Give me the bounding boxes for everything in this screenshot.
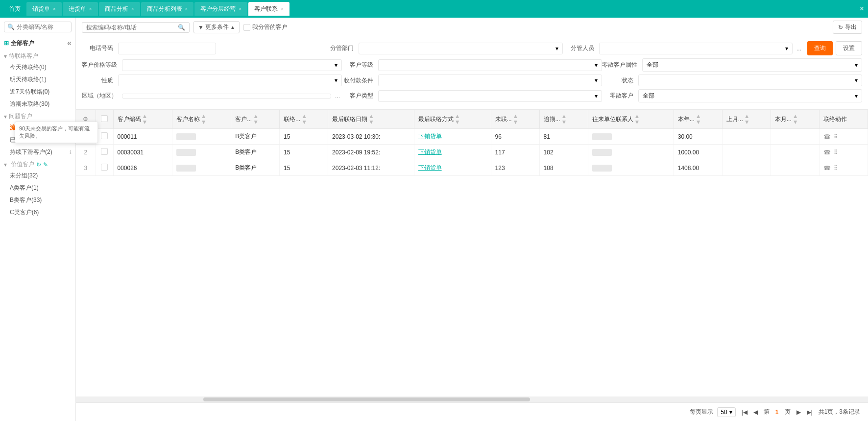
horizontal-scrollbar[interactable] xyxy=(76,396,868,402)
export-btn[interactable]: ↻ 导出 xyxy=(833,21,862,34)
th-checkbox[interactable] xyxy=(96,110,113,129)
more-action-icon[interactable]: ⠿ xyxy=(834,133,838,140)
last-method-link[interactable]: 下销货单 xyxy=(418,133,442,140)
sidebar-item-today[interactable]: 今天待联络(0) xyxy=(0,61,75,74)
toolbar: 🔍 ▼ 更多条件 ▲ 我分管的客户 ↻ 导出 xyxy=(76,18,868,37)
checkbox-icon[interactable] xyxy=(243,24,250,31)
query-btn[interactable]: 查询 xyxy=(807,41,833,55)
window-close-icon[interactable]: × xyxy=(860,4,864,13)
tab-sales-close[interactable]: × xyxy=(53,6,56,12)
phone-input[interactable] xyxy=(118,43,216,54)
cell-last-month xyxy=(722,129,771,145)
prev-page-btn[interactable]: ◀ xyxy=(751,408,760,417)
th-overdue[interactable]: 逾期... ▲▼ xyxy=(539,110,588,129)
person-more-btn[interactable]: ... xyxy=(795,45,803,52)
customer-type-select[interactable]: ▾ xyxy=(378,90,602,102)
search-input[interactable] xyxy=(86,24,176,31)
cell-last-date: 2023-02-03 11:12: xyxy=(328,160,414,176)
cell-check[interactable] xyxy=(96,129,113,145)
search-icon[interactable]: 🔍 xyxy=(178,24,185,31)
refresh-icon[interactable]: ↻ xyxy=(36,161,41,168)
sidebar-section-problem[interactable]: ▾ 问题客户 xyxy=(0,110,75,122)
tab-sales[interactable]: 销货单 × xyxy=(26,2,62,16)
chevron-down-icon-10: ▾ xyxy=(595,93,598,99)
sidebar-item-overdue[interactable]: 逾期未联络(30) xyxy=(0,98,75,110)
zero-retail-select[interactable]: 全部 ▾ xyxy=(638,89,862,102)
edit-icon[interactable]: ✎ xyxy=(43,161,48,168)
th-customer-type[interactable]: 客户... ▲▼ xyxy=(231,110,280,129)
th-code[interactable]: 客户编码 ▲▼ xyxy=(113,110,172,129)
settings-btn[interactable]: 设置 xyxy=(836,41,862,55)
person-label: 分管人员 xyxy=(563,44,597,52)
zero-retail-attr-select[interactable]: 全部 ▾ xyxy=(642,58,862,72)
scrollbar-thumb[interactable] xyxy=(203,397,530,401)
row-checkbox[interactable] xyxy=(101,132,108,139)
cell-check[interactable] xyxy=(96,145,113,160)
collapse-icon[interactable]: « xyxy=(67,39,72,48)
sidebar-item-c-class[interactable]: C类客户(6) xyxy=(0,206,75,219)
more-conditions-btn[interactable]: ▼ 更多条件 ▲ xyxy=(193,21,240,33)
th-name[interactable]: 客户名称 ▲▼ xyxy=(172,110,231,129)
sidebar-item-tomorrow[interactable]: 明天待联络(1) xyxy=(0,74,75,86)
contact-icon[interactable]: ☎ xyxy=(823,149,831,156)
sidebar-item-a-class[interactable]: A类客户(1) xyxy=(0,182,75,194)
tab-analysis[interactable]: 商品分析 × xyxy=(99,2,140,16)
sidebar-all-customers[interactable]: ⊞ 全部客户 « xyxy=(0,36,75,50)
payment-select[interactable]: ▾ xyxy=(378,74,602,86)
sidebar-item-b-class[interactable]: B类客户(33) xyxy=(0,194,75,206)
tab-analysis-list-close[interactable]: × xyxy=(185,6,188,12)
sidebar-section-pending[interactable]: ▾ 待联络客户 xyxy=(0,50,75,61)
tab-customer-layer[interactable]: 客户分层经营 × xyxy=(194,2,247,16)
th-last-month[interactable]: 上月... ▲▼ xyxy=(722,110,771,129)
tab-home[interactable]: 首页 xyxy=(4,2,25,16)
row-checkbox[interactable] xyxy=(101,148,108,155)
gender-select[interactable]: ▾ xyxy=(118,74,342,86)
cell-this-year: 1000.00 xyxy=(674,145,722,160)
zero-retail-attr-label: 零散客户属性 xyxy=(602,61,640,69)
row-checkbox[interactable] xyxy=(101,164,108,171)
gender-label: 性质 xyxy=(82,76,116,85)
first-page-btn[interactable]: |◀ xyxy=(740,408,749,417)
sort-arrows-code: ▲▼ xyxy=(142,113,148,125)
dept-select[interactable]: ▾ xyxy=(359,43,563,54)
th-uncontacted[interactable]: 未联... ▲▼ xyxy=(491,110,539,129)
last-method-link[interactable]: 下销货单 xyxy=(418,149,442,155)
header-checkbox[interactable] xyxy=(101,115,108,122)
next-page-btn[interactable]: ▶ xyxy=(795,408,803,417)
sidebar-search-input[interactable] xyxy=(17,24,68,30)
tab-customer-contact-close[interactable]: × xyxy=(281,6,284,12)
per-page-select[interactable]: 50 ▾ xyxy=(717,407,735,417)
sidebar-item-7days[interactable]: 近7天待联络(0) xyxy=(0,86,75,98)
th-this-month[interactable]: 本月... ▲▼ xyxy=(771,110,819,129)
cell-check[interactable] xyxy=(96,160,113,176)
sidebar-item-declining[interactable]: 持续下滑客户(2) ℹ xyxy=(0,146,75,158)
tab-analysis-close[interactable]: × xyxy=(131,6,134,12)
th-contact-count[interactable]: 联络... ▲▼ xyxy=(280,110,328,129)
page-label: 第 xyxy=(762,407,772,417)
tab-analysis-list[interactable]: 商品分析列表 × xyxy=(141,2,194,16)
tab-purchase-close[interactable]: × xyxy=(89,6,92,12)
sidebar-item-ungroup[interactable]: 未分组(32) xyxy=(0,170,75,182)
section-problem-label: 问题客户 xyxy=(9,112,32,121)
contact-icon[interactable]: ☎ xyxy=(823,165,831,172)
last-method-link[interactable]: 下销货单 xyxy=(418,164,442,171)
region-select[interactable] xyxy=(122,94,331,99)
more-action-icon[interactable]: ⠿ xyxy=(834,149,838,156)
th-last-method[interactable]: 最后联络方式 ▲▼ xyxy=(414,110,491,129)
status-select[interactable]: ▾ xyxy=(638,74,862,86)
my-customers-checkbox[interactable]: 我分管的客户 xyxy=(243,23,288,31)
region-more-btn[interactable]: ... xyxy=(333,93,342,99)
tab-purchase[interactable]: 进货单 × xyxy=(63,2,98,16)
th-this-year[interactable]: 本年... ▲▼ xyxy=(674,110,722,129)
contact-icon[interactable]: ☎ xyxy=(823,133,831,140)
th-last-date[interactable]: 最后联络日期 ▲▼ xyxy=(328,110,414,129)
th-contact-person[interactable]: 往来单位联系人 ▲▼ xyxy=(588,110,674,129)
person-select[interactable]: ▾ xyxy=(599,43,793,54)
price-grade-select[interactable]: ▾ xyxy=(122,59,342,71)
tab-customer-layer-close[interactable]: × xyxy=(239,6,241,12)
sidebar-section-value[interactable]: ▾ 价值客户 ↻ ✎ xyxy=(0,158,75,170)
last-page-btn[interactable]: ▶| xyxy=(805,408,815,417)
tab-customer-contact[interactable]: 客户联系 × xyxy=(248,2,289,16)
more-action-icon[interactable]: ⠿ xyxy=(834,165,838,172)
grade-select[interactable]: ▾ xyxy=(378,59,602,71)
